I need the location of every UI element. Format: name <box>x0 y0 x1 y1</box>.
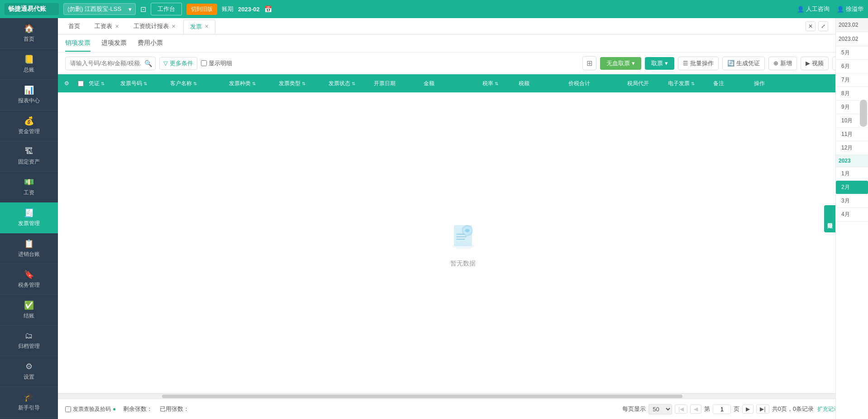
sidebar-item-assets[interactable]: 🏗 固定资产 <box>0 141 58 172</box>
total-info: 共0页，0条记录 <box>772 405 814 413</box>
minimize-button[interactable]: ✕ <box>806 21 816 31</box>
no-take-ticket-button[interactable]: 无血取票 ▾ <box>600 57 641 70</box>
sub-tab-purchase[interactable]: 进项发票 <box>101 35 127 52</box>
sub-tab-expense[interactable]: 费用小票 <box>138 35 163 52</box>
period-month-2[interactable]: 2月 <box>836 181 868 194</box>
company-selector[interactable]: (勿删) 江西股宝-LSS ▾ <box>63 3 136 15</box>
th-invoice-no[interactable]: 发票号码⇅ <box>118 80 167 87</box>
scrollbar-thumb[interactable] <box>162 395 682 398</box>
sidebar-item-salary[interactable]: 💵 工资 <box>0 172 58 202</box>
horizontal-scrollbar[interactable] <box>58 393 868 399</box>
th-action[interactable]: 操作 <box>751 80 792 87</box>
take-ticket-button[interactable]: 取票 ▾ <box>645 57 674 70</box>
last-page-button[interactable]: ▶| <box>756 405 769 414</box>
th-invoice-status[interactable]: 发票状态⇅ <box>326 80 371 87</box>
sidebar-item-capital[interactable]: 💰 资金管理 <box>0 111 58 141</box>
tab-invoice[interactable]: 发票 ✕ <box>183 19 215 34</box>
th-tax-rate[interactable]: 税率⇅ <box>480 80 516 87</box>
grid-view-button[interactable]: ⊞ <box>582 56 596 70</box>
switch-old-button[interactable]: 切到旧版 <box>186 4 217 15</box>
sidebar-item-archive[interactable]: 🗂 归档管理 <box>0 326 58 356</box>
sidebar-tax-label: 税务管理 <box>18 281 40 289</box>
period-month-6[interactable]: 6月 <box>836 60 868 73</box>
show-detail-checkbox[interactable]: 显示明细 <box>201 59 232 67</box>
calendar-icon[interactable]: 📅 <box>264 5 272 13</box>
batch-op-button[interactable]: ☰ 批量操作 <box>678 57 719 70</box>
period-month-11[interactable]: 11月 <box>836 128 868 141</box>
th-customer[interactable]: 客户名称⇅ <box>167 80 226 87</box>
chevron-down-icon-green: ▾ <box>632 60 635 67</box>
period-month-8[interactable]: 8月 <box>836 87 868 101</box>
th-tax[interactable]: 税额 <box>516 80 566 87</box>
search-input[interactable] <box>65 57 156 70</box>
th-amount[interactable]: 金额 <box>421 80 480 87</box>
th-e-invoice[interactable]: 电子发票⇅ <box>665 80 711 87</box>
page-input[interactable] <box>713 405 731 414</box>
period-month-4[interactable]: 4月 <box>836 208 868 222</box>
th-invoice-class[interactable]: 发票类型⇅ <box>276 80 326 87</box>
gen-voucher-button[interactable]: 🔄 生成凭证 <box>722 57 765 70</box>
sidebar-item-purchase[interactable]: 📋 进销台账 <box>0 233 58 264</box>
new-label: 新增 <box>780 59 792 67</box>
sidebar-item-closing[interactable]: ✅ 结账 <box>0 295 58 326</box>
period-month-3[interactable]: 3月 <box>836 194 868 208</box>
sidebar-salary-label: 工资 <box>24 189 34 197</box>
sidebar-settings-label: 设置 <box>24 373 34 381</box>
sidebar-item-reports[interactable]: 📊 报表中心 <box>0 80 58 111</box>
th-remark[interactable]: 备注 <box>711 80 751 87</box>
maximize-button[interactable]: ⤢ <box>818 21 828 31</box>
th-open-date[interactable]: 开票日期 <box>371 80 421 87</box>
period-month-1[interactable]: 1月 <box>836 167 868 181</box>
period-month-7[interactable]: 7月 <box>836 73 868 87</box>
sidebar-item-ledger[interactable]: 📒 总账 <box>0 49 58 80</box>
sidebar-item-guide[interactable]: 🎓 新手引导 <box>0 387 58 418</box>
prev-page-button[interactable]: ◀ <box>690 405 701 414</box>
sidebar-item-tax[interactable]: 🔖 税务管理 <box>0 264 58 295</box>
search-icon[interactable]: 🔍 <box>144 60 152 67</box>
th-total[interactable]: 价税合计 <box>566 80 625 87</box>
th-invoice-type[interactable]: 发票种类⇅ <box>226 80 276 87</box>
home-icon: 🏠 <box>24 24 34 34</box>
open-period-button[interactable]: 开账日期 <box>824 205 835 232</box>
tab-salary[interactable]: 工资表 ✕ <box>88 19 126 33</box>
next-page-button[interactable]: ▶ <box>742 405 754 414</box>
copy-icon[interactable]: ⊡ <box>140 5 146 14</box>
tab-salary-stats[interactable]: 工资统计报表 ✕ <box>127 19 182 33</box>
user-button[interactable]: 👤 徐溢华 <box>837 5 863 13</box>
toolbar-right: ⊞ 无血取票 ▾ 取票 ▾ ☰ 批量操作 🔄 生成凭证 <box>582 56 861 70</box>
period-month-12[interactable]: 12月 <box>836 141 868 155</box>
support-button[interactable]: 👤 人工咨询 <box>797 5 830 13</box>
tab-home[interactable]: 首页 <box>62 19 87 33</box>
th-tax-office[interactable]: 税局代开 <box>625 80 665 87</box>
batch-op-label: 批量操作 <box>690 59 714 67</box>
period-month-5[interactable]: 5月 <box>836 46 868 60</box>
tab-invoice-close[interactable]: ✕ <box>205 24 209 29</box>
take-ticket-label: 取票 <box>651 59 663 67</box>
first-page-button[interactable]: |◀ <box>675 405 687 414</box>
batch-icon: ☰ <box>683 60 688 67</box>
tab-salary-stats-close[interactable]: ✕ <box>172 24 176 29</box>
sidebar-item-home[interactable]: 🏠 首页 <box>0 18 58 49</box>
check-input[interactable] <box>65 406 71 412</box>
panel-scrollbar[interactable] <box>860 100 867 127</box>
sub-tab-sales[interactable]: 销项发票 <box>65 35 91 52</box>
new-button[interactable]: ⊕ 新增 <box>768 57 797 70</box>
th-settings[interactable]: ⚙ <box>62 80 75 87</box>
show-detail-input[interactable] <box>201 60 207 66</box>
th-voucher[interactable]: 凭证⇅ <box>86 80 118 87</box>
avatar-icon: 👤 <box>837 6 844 13</box>
th-checkbox[interactable] <box>75 81 86 87</box>
invoice-check[interactable]: 发票查验及拾码 ● <box>65 405 116 413</box>
sidebar-item-invoice[interactable]: 🧾 发票管理 <box>0 202 58 233</box>
filter-button[interactable]: ▽ 更多条件 <box>159 57 197 70</box>
select-all-checkbox[interactable] <box>78 81 84 87</box>
workbench-button[interactable]: 工作台 <box>151 3 182 15</box>
sidebar-item-settings[interactable]: ⚙ 设置 <box>0 356 58 387</box>
tab-salary-close[interactable]: ✕ <box>115 24 119 29</box>
video-icon: ▶ <box>806 60 810 67</box>
per-page-label: 每页显示 <box>622 405 646 413</box>
period-year-2023[interactable]: 2023 <box>836 155 868 167</box>
gen-voucher-label: 生成凭证 <box>736 59 760 67</box>
per-page-select[interactable]: 50 20 100 <box>649 404 672 414</box>
video-button[interactable]: ▶ 视频 <box>801 57 829 70</box>
